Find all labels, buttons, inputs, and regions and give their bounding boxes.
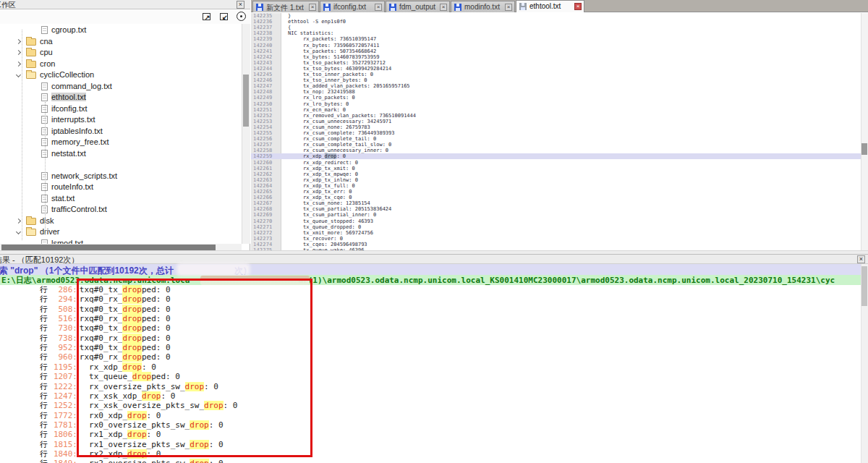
result-row-line-1195[interactable]: 行1195: rx_xdp_drop: 0 — [0, 362, 857, 372]
line-number: 142247 — [253, 83, 281, 89]
tree-item-label: ifconfig.txt — [51, 104, 88, 113]
line-text: tx_packets: 507354668642 — [288, 48, 376, 54]
result-row-line-286[interactable]: 行286: txq#0_tx_dropped: 0 — [0, 285, 857, 294]
result-row-line-952[interactable]: 行952: txq#0_tx_dropped: 0 — [0, 343, 857, 352]
result-row-line-1840[interactable]: 行1840: rx2_xdp_drop: 0 — [0, 449, 857, 459]
line-text: rx_xdp_tx_mpwqe: 0 — [288, 171, 358, 177]
workspace-toolbar: ↗ ↙ — [0, 9, 250, 24]
result-row-line-730[interactable]: 行730: txq#0_tx_dropped: 0 — [0, 323, 857, 333]
line-number: 142236 — [253, 19, 281, 25]
line-number: 142246 — [253, 77, 281, 83]
results-file-path-line[interactable]: E:\日志\armod0523.odata.ncmp.unicom.locaar… — [0, 275, 868, 285]
result-row-line-516[interactable]: 行516: rxq#0_rx_dropped: 0 — [0, 314, 857, 323]
tab--1-txt[interactable]: 新文件 1.txt× — [252, 1, 319, 12]
chevron-right-icon[interactable] — [16, 38, 21, 43]
chevron-right-icon[interactable] — [16, 50, 21, 55]
tab-ethtool-txt[interactable]: ethtool.txt× — [516, 0, 584, 12]
results-vertical-scrollbar-thumb[interactable] — [861, 266, 867, 306]
tab-close-icon[interactable]: × — [505, 4, 512, 11]
tree-item-trafficcontrol-txt[interactable]: trafficControl.txt — [0, 204, 242, 216]
result-row-line-1781[interactable]: 行1781: rx0_oversize_pkts_sw_drop: 0 — [0, 420, 857, 430]
tree-item-lsmod-txt[interactable]: lsmod.txt — [0, 238, 242, 245]
tree-item-label: cpu — [40, 48, 53, 56]
expand-all-icon[interactable]: ↗ — [201, 11, 213, 22]
result-row-line-1207[interactable]: 行1207: tx_queue_dropped: 0 — [0, 372, 857, 381]
editor-line: 142261 rx_xdp_tx_xmit: 0 — [251, 166, 861, 171]
result-row-line-960[interactable]: 行960: rxq#0_rx_dropped: 0 — [0, 352, 857, 362]
tree-item-disk[interactable]: disk — [0, 216, 242, 227]
result-row-line-1815[interactable]: 行1815: rx1_oversize_pkts_sw_drop: 0 — [0, 440, 857, 449]
tab-modinfo-txt[interactable]: modinfo.txt× — [451, 1, 515, 12]
line-number: 142258 — [253, 148, 281, 153]
tree-item-network-scripts-txt[interactable]: network_scripts.txt — [0, 171, 242, 182]
tab-close-icon[interactable]: × — [309, 4, 316, 11]
collapse-all-icon[interactable]: ↙ — [218, 11, 230, 22]
tab-close-icon[interactable]: × — [375, 4, 382, 11]
editor-vertical-scrollbar[interactable] — [861, 13, 868, 250]
line-number: 142254 — [253, 124, 281, 130]
line-text: tx_tso_inner_bytes: 0 — [288, 77, 367, 83]
tree-item-interrupts-txt[interactable]: interrupts.txt — [0, 114, 242, 126]
locate-file-icon[interactable] — [237, 12, 246, 21]
tree-item-memory-free-txt[interactable]: memory_free.txt — [0, 137, 242, 148]
match-highlight: drop — [122, 314, 142, 323]
result-row-line-508[interactable]: 行508: txq#0_tx_dropped: 0 — [0, 305, 857, 314]
editor-line: 142245 tx_tso_inner_packets: 0 — [251, 72, 861, 77]
editor-line: 142236ethtool -S enp1s0f0 — [251, 19, 861, 25]
result-row-line-1247[interactable]: 行1247: rx_xsk_xdp_drop: 0 — [0, 391, 857, 401]
tree-item-netstat-txt[interactable]: netstat.txt — [0, 148, 242, 160]
chevron-right-icon[interactable] — [16, 218, 21, 223]
tree-item-command-log-txt[interactable]: command_log.txt — [0, 81, 242, 93]
line-text: tx_nop: 232419588 — [288, 89, 355, 95]
tree-item-driver[interactable]: driver — [0, 226, 242, 238]
tree-item-cron[interactable]: cron — [0, 59, 242, 70]
results-header[interactable]: 搜索结果 - （匹配10192次） × — [0, 255, 868, 264]
result-row-line-738[interactable]: 行738: rxq#0_rx_dropped: 0 — [0, 334, 857, 343]
result-row-line-1806[interactable]: 行1806: rx1_xdp_drop: 0 — [0, 430, 857, 439]
tab-label: ethtool.txt — [529, 2, 561, 10]
result-line-text: rx0_oversize_pkts_sw_drop: 0 — [65, 420, 224, 430]
tab-fdm-output[interactable]: fdm_output× — [386, 1, 450, 12]
tree-item-iptablesinfo-txt[interactable]: iptablesInfo.txt — [0, 126, 242, 137]
tree-item-label: iptablesInfo.txt — [51, 127, 103, 135]
result-line-text: rx_xdp_drop: 0 — [65, 362, 156, 372]
workspace-close-icon[interactable]: × — [237, 1, 244, 9]
tree-item-cycliccollection[interactable]: cyclicCollection — [0, 69, 242, 81]
line-text: NIC statistics: — [288, 30, 333, 36]
tree-vertical-scrollbar[interactable] — [242, 24, 250, 244]
folder-icon — [26, 61, 36, 68]
tree-item-cna[interactable]: cna — [0, 36, 242, 48]
tree-vertical-scrollbar-thumb[interactable] — [243, 75, 249, 127]
line-number: 142235 — [253, 13, 281, 19]
editor-line: 142254 rx_csum_none: 26759783 — [251, 124, 861, 130]
tree-item-cgroup-txt[interactable]: cgroup.txt — [0, 25, 242, 36]
line-number: 142237 — [253, 25, 281, 30]
results-summary-line[interactable]: 搜索 "drop" （1个文件中匹配到10192次，总计次） — [0, 264, 868, 275]
workspace-titlebar[interactable]: 工作区 × — [0, 0, 250, 9]
tree-item-cpu[interactable]: cpu — [0, 47, 242, 59]
result-row-line-1252[interactable]: 行1252: rx_xsk_oversize_pkts_sw_drop: 0 — [0, 401, 857, 410]
results-close-icon[interactable]: × — [857, 255, 865, 263]
line-number: 142252 — [253, 113, 281, 119]
result-row-line-1772[interactable]: 行1772: rx0_xdp_drop: 0 — [0, 411, 857, 420]
line-number: 142273 — [253, 236, 281, 242]
tab-ifconfig-txt[interactable]: ifconfig.txt× — [320, 1, 385, 12]
result-row-line-294[interactable]: 行294: rxq#0_rx_dropped: 0 — [0, 294, 857, 304]
line-number: 142249 — [253, 95, 281, 101]
editor-vertical-scrollbar-thumb[interactable] — [861, 143, 867, 155]
tree-item-stat-txt[interactable]: stat.txt — [0, 193, 242, 205]
match-highlight: drop — [122, 305, 142, 314]
chevron-down-icon[interactable] — [16, 229, 21, 234]
chevron-down-icon[interactable] — [16, 72, 21, 77]
tree-item-ethtool-txt[interactable]: ethtool.txt — [0, 92, 242, 103]
line-text: rx_lro_packets: 0 — [288, 95, 355, 101]
tree-item-routeinfo-txt[interactable]: routeInfo.txt — [0, 182, 242, 193]
result-row-line-1222[interactable]: 行1222: rx_oversize_pkts_sw_drop: 0 — [0, 382, 857, 391]
tree-item-ifconfig-txt[interactable]: ifconfig.txt — [0, 103, 242, 115]
tab-close-icon[interactable]: × — [574, 3, 582, 10]
tree-horizontal-scrollbar-thumb[interactable] — [1, 245, 216, 250]
tab-close-icon[interactable]: × — [440, 4, 447, 11]
result-row-line-1849[interactable]: 行1849: rx2_oversize_pkts_sw_drop: 0 — [0, 459, 857, 463]
match-highlight: drop — [127, 430, 147, 439]
chevron-right-icon[interactable] — [16, 61, 21, 66]
